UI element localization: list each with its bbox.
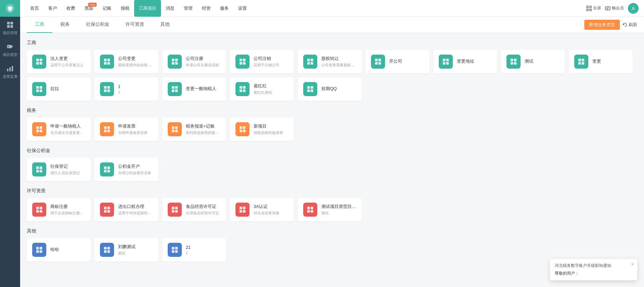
card-icon [303, 82, 317, 96]
sidebar-item-project-mgmt[interactable]: 项目管理 [0, 17, 20, 39]
svg-rect-36 [311, 59, 313, 61]
card-one[interactable]: 11 [95, 77, 158, 101]
nav-service[interactable]: 服务 [215, 0, 233, 17]
svg-rect-22 [40, 62, 42, 65]
card-equity-transfer[interactable]: 股权转让公司变更需要股权转让 [298, 50, 362, 73]
svg-rect-2 [7, 22, 10, 24]
card-apply-invoice[interactable]: 申请发票办理申请发票业务 [95, 118, 158, 141]
card-desc: 当月或次月成变更完成 [50, 130, 85, 135]
svg-rect-77 [36, 130, 39, 132]
card-info: 公司注销适用于注销公司 [254, 56, 288, 68]
card-food-license[interactable]: 食品经营许可证办理食品经营许可证 [162, 198, 226, 221]
card-3a-cert[interactable]: 3A认证对企业信誉评级 [230, 198, 294, 221]
card-name: 21 [186, 245, 221, 250]
card-info: 哈哈 [50, 246, 85, 254]
cards-grid: 申请一般纳税人当月或次月成变更完成 申请发票办理申请发票业务 税务报道+记账拿到… [27, 118, 637, 141]
svg-rect-72 [311, 86, 313, 89]
nav-manage[interactable]: 管理 [179, 0, 197, 17]
card-icon [32, 55, 46, 69]
card-qianqiQQ[interactable]: 前期QQ [298, 77, 362, 101]
card-icon [168, 122, 182, 136]
card-gehonghong[interactable]: 葛红红葛红红测试 [230, 77, 294, 101]
card-desc: 拿到营业执照的新公司 [186, 130, 221, 135]
nav-message[interactable]: 消息 [161, 0, 179, 17]
card-desc: 适用于公司变更法人 [50, 63, 85, 68]
refresh-button[interactable]: 刷新 [623, 22, 637, 28]
card-test-type-def[interactable]: 测试项目类型目定义测试 [298, 198, 362, 221]
svg-rect-110 [175, 210, 178, 213]
add-business-type-button[interactable]: 新增业务类型 [584, 20, 620, 30]
fullscreen-btn[interactable]: 全屏 [586, 5, 601, 11]
svg-rect-124 [107, 247, 110, 249]
card-liupengtest[interactable]: 刘鹏测试测试 [95, 238, 158, 262]
svg-rect-87 [239, 126, 242, 129]
card-info: 前期QQ [321, 86, 356, 93]
nav-home[interactable]: 首页 [25, 0, 44, 17]
card-company-change[interactable]: 公司变更股权变更外的业务变更 [95, 50, 158, 73]
card-company-register[interactable]: 公司注册申请公司注册全流程 [162, 50, 226, 73]
sidebar-item-progress-monitor[interactable]: 进度监测 [0, 60, 20, 82]
svg-rect-18 [606, 9, 608, 9]
card-fund-open[interactable]: 公积金开户办理公积金相关业务 [95, 158, 158, 181]
card-trademark[interactable]: 商标注册用于企业商标注册服务 [27, 198, 91, 221]
nav-settings[interactable]: 设置 [233, 0, 252, 17]
tab-tax[interactable]: 税务 [52, 17, 78, 33]
svg-rect-65 [172, 89, 174, 92]
card-desc: 股权变更外的业务变更 [118, 63, 153, 68]
svg-rect-108 [175, 207, 178, 209]
card-change-taxpayer[interactable]: 变更一般纳税人 [162, 77, 226, 101]
card-change-address[interactable]: 变更地址 [433, 50, 497, 73]
card-company-cancel[interactable]: 公司注销适用于注销公司 [230, 50, 294, 73]
card-change[interactable]: 变更 [569, 50, 633, 73]
card-info: 211 [186, 245, 221, 255]
nav-ticket[interactable]: 票据 new [80, 0, 98, 17]
card-twentyone[interactable]: 211 [162, 238, 226, 262]
svg-rect-66 [175, 89, 178, 92]
nav-bookkeep[interactable]: 记账 [98, 0, 116, 17]
card-open-company[interactable]: 开公司 [366, 50, 429, 73]
svg-rect-49 [511, 62, 513, 65]
svg-rect-94 [40, 170, 42, 172]
svg-rect-103 [104, 207, 107, 209]
nav-bizproject[interactable]: 工商项目 [134, 0, 161, 17]
card-desc: 测试 [118, 251, 153, 256]
card-lala[interactable]: 拉拉 [27, 77, 91, 101]
svg-rect-13 [590, 6, 591, 8]
member-btn[interactable]: 畅会员 [605, 5, 624, 11]
notification-close-btn[interactable]: × [631, 262, 634, 267]
card-haha[interactable]: 哈哈 [27, 238, 91, 262]
card-desc: 用于企业商标注册服务 [50, 211, 85, 216]
card-legal-change[interactable]: 法人变更适用于公司变更法人 [27, 50, 91, 73]
card-test[interactable]: 测试 [501, 50, 565, 73]
sidebar-item-project-type[interactable]: 项目类型 [0, 39, 20, 60]
svg-rect-64 [175, 86, 178, 89]
nav-operation[interactable]: 经营 [197, 0, 215, 17]
nav-client[interactable]: 客户 [44, 0, 62, 17]
svg-rect-129 [172, 250, 174, 253]
tab-biz[interactable]: 工商 [27, 17, 52, 33]
section-title: 工商 [27, 40, 637, 46]
topnav: 首页 客户 收费 票据 new 记账 报税 工商项目 消息 管理 经营 服务 设… [20, 0, 644, 17]
card-social-register[interactable]: 社保登记进行人员社保登记 [27, 158, 91, 181]
notification-content: 尊敬的用户： [555, 271, 633, 276]
card-tax-report-bookkeep[interactable]: 税务报道+记账拿到营业执照的新公司 [162, 118, 226, 141]
card-import-export[interactable]: 进出口权办理适用于对外贸易经营者 [95, 198, 158, 221]
section-title: 社保公积金 [27, 148, 637, 154]
tab-license[interactable]: 许可资质 [117, 17, 152, 33]
card-icon [574, 55, 588, 69]
card-new-project[interactable]: 新项目报税加税控盘保管 [230, 118, 294, 141]
card-icon [32, 82, 46, 96]
svg-rect-50 [514, 62, 517, 65]
nav-tax[interactable]: 报税 [116, 0, 134, 17]
tab-social[interactable]: 社保公积金 [78, 17, 117, 33]
card-name: 食品经营许可证 [186, 204, 221, 210]
svg-rect-23 [104, 59, 107, 61]
tab-other[interactable]: 其他 [152, 17, 178, 33]
avatar[interactable]: A [628, 3, 639, 14]
card-apply-taxpayer[interactable]: 申请一般纳税人当月或次月成变更完成 [27, 118, 91, 141]
svg-rect-71 [307, 86, 310, 89]
svg-rect-130 [175, 250, 178, 253]
svg-rect-9 [7, 69, 8, 71]
card-desc: 办理申请发票业务 [118, 130, 153, 135]
nav-fee[interactable]: 收费 [62, 0, 80, 17]
